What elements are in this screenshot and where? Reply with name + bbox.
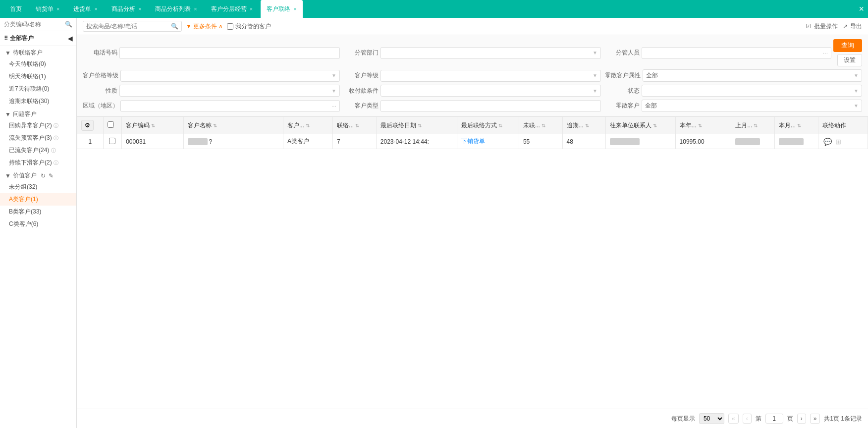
tab-customer-segment[interactable]: 客户分层经营 × [205, 0, 259, 18]
search-input[interactable] [86, 23, 169, 30]
status-select[interactable]: ▼ [642, 85, 862, 97]
th-this-year[interactable]: 本年... ⇅ [675, 117, 731, 134]
filter-row-3: 性质 ▼ 收付款条件 ▼ 状态 [83, 85, 862, 97]
region-input[interactable]: ··· [120, 100, 340, 112]
overdue-contact-item[interactable]: 逾期未联络(30) [0, 95, 76, 107]
prev-page-button[interactable]: ‹ [743, 414, 752, 424]
ungroup-item[interactable]: 未分组(32) [0, 181, 76, 193]
churn-warning-item[interactable]: 流失预警客户(3) ⓘ [0, 132, 76, 144]
search-box[interactable]: 🔍 [83, 21, 182, 32]
value-customers-section-header[interactable]: ▼ 价值客户 ↻ ✎ [0, 169, 76, 181]
row-contact-count: 7 [333, 134, 377, 149]
class-a-item[interactable]: A类客户(1) [0, 193, 76, 206]
nature-select[interactable]: ▼ [119, 85, 340, 97]
next-page-button[interactable]: › [797, 414, 806, 424]
th-unit-contact-label: 往来单位联系人 [610, 121, 651, 130]
export-button[interactable]: ↗ 导出 [843, 22, 862, 31]
retail-customer-filter-row: 零散客户 全部 ▼ [605, 100, 862, 112]
th-overdue[interactable]: 逾期... ⇅ [562, 117, 606, 134]
tab-home-label: 首页 [10, 5, 22, 13]
tomorrow-pending-item[interactable]: 明天待联络(1) [0, 70, 76, 83]
sidebar-search-input[interactable] [4, 21, 63, 28]
my-customers-checkbox-label[interactable]: 我分管的客户 [227, 22, 271, 31]
sort-thismonth-icon: ⇅ [797, 123, 801, 128]
action-message-icon[interactable]: 💬 [823, 138, 832, 146]
customer-level-label: 客户等级 [344, 71, 379, 80]
my-customers-checkbox[interactable] [227, 23, 233, 30]
th-unreached[interactable]: 未联... ⇅ [519, 117, 562, 134]
repurchase-anomaly-item[interactable]: 回购异常客户(2) ⓘ [0, 119, 76, 132]
select-all-checkbox[interactable] [108, 121, 114, 128]
close-product-analysis-icon[interactable]: × [138, 6, 141, 12]
th-last-month[interactable]: 上月... ⇅ [731, 117, 775, 134]
all-customers-header[interactable]: ⠿ 全部客户 ◀ [0, 31, 76, 46]
today-pending-item[interactable]: 今天待联络(0) [0, 58, 76, 70]
first-page-button[interactable]: « [728, 414, 739, 424]
nature-dropdown-icon: ▼ [331, 88, 336, 94]
th-this-month[interactable]: 本月... ⇅ [775, 117, 818, 134]
th-contact-count[interactable]: 联络... ⇅ [333, 117, 377, 134]
search-icon[interactable]: 🔍 [171, 23, 178, 30]
tab-sales[interactable]: 销货单 × [30, 0, 65, 18]
tab-product-analysis-list-label: 商品分析列表 [155, 5, 191, 13]
phone-input[interactable] [119, 47, 340, 59]
customer-level-select[interactable]: ▼ [380, 70, 601, 82]
window-close-button[interactable]: × [859, 4, 864, 14]
tab-home[interactable]: 首页 [4, 0, 28, 18]
page-number-input[interactable] [765, 414, 783, 424]
search-button[interactable]: 查询 [833, 39, 862, 52]
row-name-blurred [188, 138, 208, 145]
payment-select[interactable]: ▼ [380, 85, 601, 97]
row-overdue: 48 [562, 134, 606, 149]
dept-label: 分管部门 [344, 49, 379, 57]
gear-button[interactable]: ⚙ [81, 120, 94, 131]
tab-purchase[interactable]: 进货单 × [67, 0, 103, 18]
class-c-item[interactable]: C类客户(6) [0, 218, 76, 230]
tab-product-analysis-list[interactable]: 商品分析列表 × [149, 0, 203, 18]
per-page-select[interactable]: 50 100 200 [699, 413, 724, 424]
customer-type-input[interactable] [380, 100, 601, 112]
close-customer-segment-icon[interactable]: × [250, 6, 253, 12]
th-gear[interactable]: ⚙ [77, 117, 104, 134]
th-customer-type[interactable]: 客户... ⇅ [283, 117, 332, 134]
value-customers-edit-icon[interactable]: ✎ [49, 172, 54, 179]
churned-item[interactable]: 已流失客户(24) ⓘ [0, 144, 76, 157]
th-last-contact-method[interactable]: 最后联络方式 ⇅ [457, 117, 519, 134]
th-last-contact-date[interactable]: 最后联络日期 ⇅ [376, 117, 457, 134]
batch-operations-button[interactable]: ☑ 批量操作 [806, 22, 837, 31]
row-contact-method-link[interactable]: 下销货单 [461, 138, 485, 145]
week-pending-item[interactable]: 近7天待联络(0) [0, 83, 76, 95]
close-product-analysis-list-icon[interactable]: × [194, 6, 197, 12]
dept-filter-row: 分管部门 ▼ [344, 39, 601, 66]
pending-contact-section-header[interactable]: ▼ 待联络客户 [0, 46, 76, 58]
row-checkbox[interactable] [109, 138, 115, 144]
th-code[interactable]: 客户编码 ⇅ [122, 117, 184, 134]
per-page-label: 每页显示 [671, 415, 695, 423]
tab-product-analysis[interactable]: 商品分析 × [106, 0, 147, 18]
retail-attr-select[interactable]: 全部 ▼ [643, 69, 862, 82]
sidebar-search-icon[interactable]: 🔍 [65, 21, 72, 28]
th-name[interactable]: 客户名称 ⇅ [184, 117, 283, 134]
collapse-sidebar-icon[interactable]: ◀ [68, 35, 72, 42]
class-b-item[interactable]: B类客户(33) [0, 206, 76, 218]
tab-customer-contact[interactable]: 客户联络 × [261, 0, 302, 18]
last-page-button[interactable]: » [810, 414, 820, 424]
price-level-select[interactable]: ▼ [120, 70, 340, 82]
close-customer-contact-icon[interactable]: × [293, 6, 296, 12]
settings-button[interactable]: 设置 [837, 54, 862, 66]
th-unit-contact[interactable]: 往来单位联系人 ⇅ [606, 117, 675, 134]
sort-unit-icon: ⇅ [653, 123, 657, 128]
sort-date-icon: ⇅ [418, 123, 422, 128]
retail-customer-select[interactable]: 全部 ▼ [642, 100, 862, 112]
manager-input[interactable]: ··· [642, 47, 831, 59]
action-more-icon[interactable]: ⊞ [835, 138, 841, 146]
close-purchase-icon[interactable]: × [94, 6, 97, 12]
problem-customers-section-header[interactable]: ▼ 问题客户 [0, 107, 76, 119]
problem-customers-arrow: ▼ [5, 111, 11, 118]
status-label: 状态 [605, 87, 640, 95]
value-customers-refresh-icon[interactable]: ↻ [41, 172, 46, 179]
dept-select[interactable]: ▼ [380, 47, 601, 59]
close-sales-icon[interactable]: × [56, 6, 59, 12]
more-conditions-button[interactable]: ▼ 更多条件 ∧ [186, 22, 223, 31]
declining-item[interactable]: 持续下滑客户(2) ⓘ [0, 157, 76, 169]
